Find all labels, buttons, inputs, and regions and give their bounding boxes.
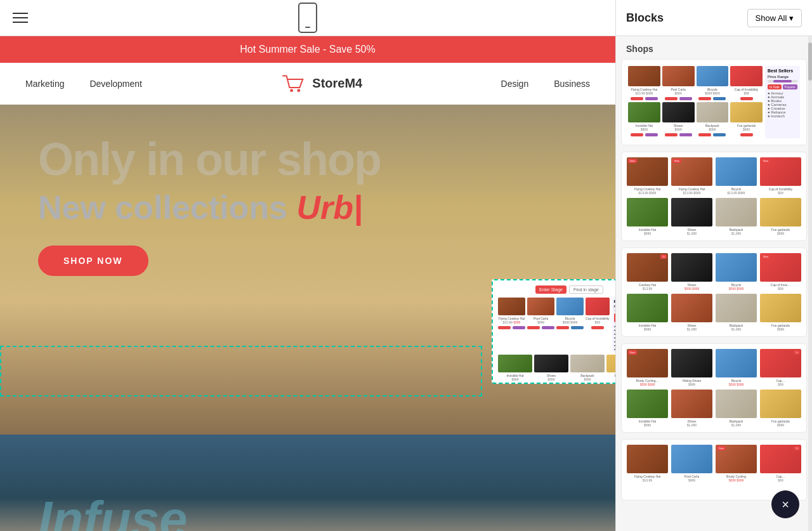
right-panel: Blocks Show All ▾ Shops Flying Cowboy Ha… <box>615 0 812 531</box>
new-badge: New <box>628 159 637 163</box>
panel-content[interactable]: Flying Cowboy Hat $10.99 $999 Pool Carla… <box>616 59 812 531</box>
new-badge-5: New <box>628 350 637 355</box>
editor-area: Hot Summer Sale - Save 50% Marketing Dev… <box>0 0 615 531</box>
bc1-grid-row1: Flying Cowboy Hat $10.99 $999 Pool Carla… <box>628 66 763 100</box>
fp-product-grid-row1: Flying Cowboy Hat $10.99 $999 Pool Carla… <box>498 298 610 329</box>
bc2-grid-row2: Invisible Hat $999 Shoes $1,099 Backpack… <box>627 198 801 235</box>
logo-cart-icon <box>280 72 306 95</box>
floating-preview-card: Enter Stage Find in stage Flying Cowboy … <box>492 279 615 384</box>
dashed-selection-box <box>0 346 482 397</box>
bc4-grid-row2: Invisible Hat $999 Shoes $1,099 Backpack… <box>627 390 801 427</box>
announcement-bar: Hot Summer Sale - Save 50% <box>0 36 615 63</box>
hero-subheadline: New collections Urb| <box>38 188 381 226</box>
phone-preview-icon[interactable] <box>298 3 317 33</box>
bc3-grid-row2: Invisible Hat $999 Shoes $1,099 Backpack… <box>627 294 801 331</box>
lower-hero-text: Infuse <box>38 490 188 531</box>
hero-subheadline-accent: Urb| <box>296 189 362 226</box>
hero-cta-button[interactable]: SHOP NOW <box>38 246 148 276</box>
scroll-indicator[interactable] <box>808 36 812 531</box>
new-badge-3: New <box>761 159 770 163</box>
fp-btn-find-in-stage[interactable]: Find in stage <box>569 285 603 294</box>
nav-development[interactable]: Development <box>89 79 142 89</box>
hero-content: Only in our shop New collections Urb| SH… <box>38 136 381 276</box>
fp-product-grid-row2: Invisible Hat $999 Shoes $999 Backpack $… <box>498 355 615 384</box>
sale-badge-2: % <box>794 350 800 355</box>
new-badge-6: New <box>717 446 726 450</box>
website-content: Hot Summer Sale - Save 50% Marketing Dev… <box>0 36 615 531</box>
lower-hero-section: Infuse <box>0 435 615 531</box>
bc1-grid: Flying Cowboy Hat $10.99 $999 Pool Carla… <box>628 66 763 138</box>
site-nav: Marketing Development StoreM4 Design Bus… <box>0 63 615 105</box>
block-card-4[interactable]: New Brody Cycling… $099 $999 Hiking Shoe… <box>621 343 807 433</box>
nav-design[interactable]: Design <box>501 79 529 89</box>
bc4-grid: New Brody Cycling… $099 $999 Hiking Shoe… <box>627 349 801 386</box>
sale-badge-3: % <box>794 446 800 450</box>
hamburger-icon[interactable] <box>13 13 28 23</box>
nav-marketing[interactable]: Marketing <box>25 79 64 89</box>
panel-section-title: Shops <box>616 36 812 59</box>
svg-point-1 <box>298 89 301 92</box>
new-badge-2: New <box>672 159 681 163</box>
new-badge-4: New <box>761 254 770 259</box>
fp-btn-enter-stage[interactable]: Enter Stage <box>535 285 566 294</box>
panel-header: Blocks Show All ▾ <box>616 0 812 36</box>
hero-subheadline-plain: New collections <box>38 189 296 226</box>
sale-badge-1: % <box>660 254 667 259</box>
block-card-3[interactable]: % Cowboy Hat $13.99 Shoes $099 $999 Bicy… <box>621 247 807 337</box>
svg-point-0 <box>291 89 294 92</box>
bc1-best-sellers: Best Sellers Price Range In Sale Popular… <box>765 66 800 138</box>
panel-title: Blocks <box>626 11 664 25</box>
bc2-grid: New Flying Cowboy Hat $13.99 $999 New Fl… <box>627 157 801 195</box>
site-logo: StoreM4 <box>280 72 362 95</box>
show-all-button[interactable]: Show All ▾ <box>747 9 802 27</box>
logo-text: StoreM4 <box>312 76 362 91</box>
bc3-grid: % Cowboy Hat $13.99 Shoes $099 $999 Bicy… <box>627 253 801 291</box>
scroll-thumb <box>808 43 812 81</box>
nav-business[interactable]: Business <box>554 79 590 89</box>
nav-links-right: Design Business <box>501 78 590 89</box>
hero-section: Only in our shop New collections Urb| SH… <box>0 105 615 435</box>
fp-best-sellers-sidebar: Best Sellers Price Range In Sale Popular… <box>612 298 615 353</box>
announcement-text: Hot Summer Sale - Save 50% <box>240 44 375 55</box>
hero-headline: Only in our shop <box>38 136 381 182</box>
block-card-2[interactable]: New Flying Cowboy Hat $13.99 $999 New Fl… <box>621 152 807 241</box>
bc1-layout: Flying Cowboy Hat $10.99 $999 Pool Carla… <box>625 63 802 141</box>
bc5-grid: Flying Cowboy Hat $10.99 Pool Carla $999… <box>627 445 801 482</box>
block-card-1[interactable]: Flying Cowboy Hat $10.99 $999 Pool Carla… <box>621 59 807 145</box>
nav-links-left: Marketing Development <box>25 78 142 89</box>
close-icon: × <box>782 497 789 512</box>
bc1-grid-row2: Invisible Hat $999 Shoes $999 <box>628 102 763 136</box>
top-toolbar <box>0 0 615 36</box>
fp-toolbar: Enter Stage Find in stage <box>498 285 615 294</box>
close-fab-button[interactable]: × <box>771 490 799 518</box>
